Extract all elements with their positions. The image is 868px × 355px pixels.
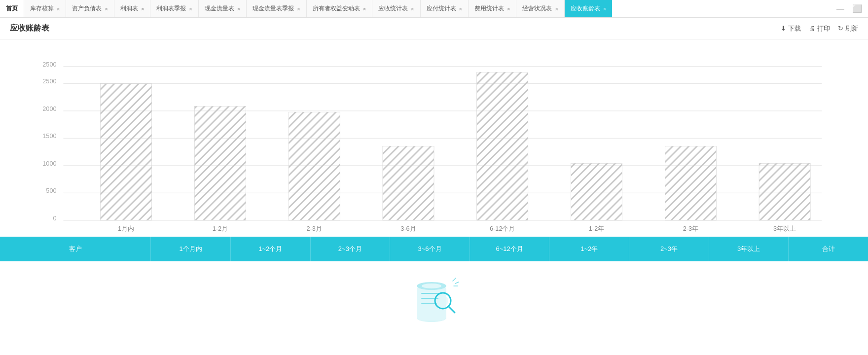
tab-expense-stats[interactable]: 费用统计表 × <box>469 0 516 18</box>
close-icon[interactable]: × <box>363 6 366 12</box>
close-icon[interactable]: × <box>105 6 108 12</box>
tab-profit-quarterly[interactable]: 利润表季报 × <box>150 0 198 18</box>
tab-ar-aging[interactable]: 应收账龄表 × <box>565 0 612 18</box>
close-icon[interactable]: × <box>555 6 558 12</box>
svg-text:1月内: 1月内 <box>118 225 134 232</box>
download-button[interactable]: ⬇ 下载 <box>781 24 801 33</box>
empty-state <box>0 261 868 340</box>
col-1month: 1个月内 <box>151 237 231 261</box>
close-icon[interactable]: × <box>603 6 606 12</box>
svg-rect-14 <box>101 83 152 220</box>
minimize-icon[interactable]: — <box>834 4 846 13</box>
tab-balance-sheet[interactable]: 资产负债表 × <box>66 0 114 18</box>
svg-point-39 <box>437 295 448 306</box>
tab-home[interactable]: 首页 <box>0 0 24 18</box>
close-icon[interactable]: × <box>141 6 144 12</box>
svg-line-42 <box>455 282 459 284</box>
svg-point-34 <box>422 284 441 288</box>
svg-rect-24 <box>571 163 622 220</box>
close-icon[interactable]: × <box>507 6 510 12</box>
svg-text:2500: 2500 <box>42 61 56 68</box>
svg-text:500: 500 <box>46 187 56 194</box>
col-1-2month: 1~2个月 <box>231 237 311 261</box>
svg-text:3-6月: 3-6月 <box>400 225 416 232</box>
chart-area: 0 500 1000 1500 2000 2500 2500 1月内 1-2月 … <box>0 39 868 237</box>
close-icon[interactable]: × <box>297 6 300 12</box>
svg-text:2500: 2500 <box>42 77 56 85</box>
svg-line-40 <box>449 307 455 313</box>
tab-inventory[interactable]: 库存核算 × <box>24 0 66 18</box>
close-icon[interactable]: × <box>189 6 192 12</box>
col-3-6month: 3~6个月 <box>390 237 470 261</box>
close-icon[interactable]: × <box>237 6 240 12</box>
svg-rect-16 <box>194 106 246 220</box>
header-actions: ⬇ 下载 🖨 打印 ↻ 刷新 <box>781 24 858 33</box>
svg-text:3年以上: 3年以上 <box>773 225 796 232</box>
svg-text:1-2月: 1-2月 <box>213 225 228 232</box>
svg-text:0: 0 <box>53 214 56 222</box>
tab-ap-stats[interactable]: 应付统计表 × <box>421 0 469 18</box>
page-header: 应收账龄表 ⬇ 下载 🖨 打印 ↻ 刷新 <box>0 18 868 39</box>
col-3plus-year: 3年以上 <box>709 237 789 261</box>
tab-cashflow[interactable]: 现金流量表 × <box>199 0 247 18</box>
bar-chart: 0 500 1000 1500 2000 2500 2500 1月内 1-2月 … <box>15 49 853 232</box>
svg-text:2000: 2000 <box>42 105 56 112</box>
tab-cashflow-quarterly[interactable]: 现金流量表季报 × <box>247 0 306 18</box>
col-1-2year: 1~2年 <box>549 237 629 261</box>
tab-profit[interactable]: 利润表 × <box>114 0 150 18</box>
print-button[interactable]: 🖨 打印 <box>809 24 830 33</box>
svg-rect-18 <box>289 112 340 220</box>
page-title: 应收账龄表 <box>10 23 49 34</box>
svg-rect-26 <box>665 146 716 220</box>
maximize-icon[interactable]: ⬜ <box>850 4 864 13</box>
download-icon: ⬇ <box>781 25 786 32</box>
table-header: 客户 1个月内 1~2个月 2~3个月 3~6个月 6~12个月 1~2年 2~… <box>0 237 868 261</box>
col-customer: 客户 <box>0 237 151 261</box>
tab-bar-actions: — ⬜ <box>834 4 868 13</box>
col-2-3year: 2~3年 <box>629 237 709 261</box>
svg-text:1-2年: 1-2年 <box>589 225 604 232</box>
tab-ar-stats[interactable]: 应收统计表 × <box>372 0 420 18</box>
refresh-icon: ↻ <box>838 25 843 32</box>
close-icon[interactable]: × <box>57 6 60 12</box>
svg-rect-22 <box>477 72 528 220</box>
empty-state-icon <box>404 271 464 330</box>
svg-line-41 <box>453 278 456 281</box>
tab-bar: 首页 库存核算 × 资产负债表 × 利润表 × 利润表季报 × 现金流量表 × … <box>0 0 868 18</box>
svg-text:1000: 1000 <box>42 160 56 167</box>
tab-equity[interactable]: 所有者权益变动表 × <box>307 0 372 18</box>
tab-operations[interactable]: 经营状况表 × <box>516 0 564 18</box>
col-2-3month: 2~3个月 <box>311 237 391 261</box>
svg-text:2-3年: 2-3年 <box>683 225 698 232</box>
svg-text:6-12个月: 6-12个月 <box>490 225 515 232</box>
col-total: 合计 <box>789 237 868 261</box>
svg-rect-20 <box>383 146 434 220</box>
main-content: 0 500 1000 1500 2000 2500 2500 1月内 1-2月 … <box>0 39 868 355</box>
print-icon: 🖨 <box>809 25 815 32</box>
col-6-12month: 6~12个月 <box>470 237 550 261</box>
svg-text:1500: 1500 <box>42 132 56 140</box>
close-icon[interactable]: × <box>459 6 462 12</box>
svg-rect-28 <box>759 163 810 220</box>
close-icon[interactable]: × <box>411 6 414 12</box>
svg-text:2-3月: 2-3月 <box>307 225 322 232</box>
refresh-button[interactable]: ↻ 刷新 <box>838 24 858 33</box>
